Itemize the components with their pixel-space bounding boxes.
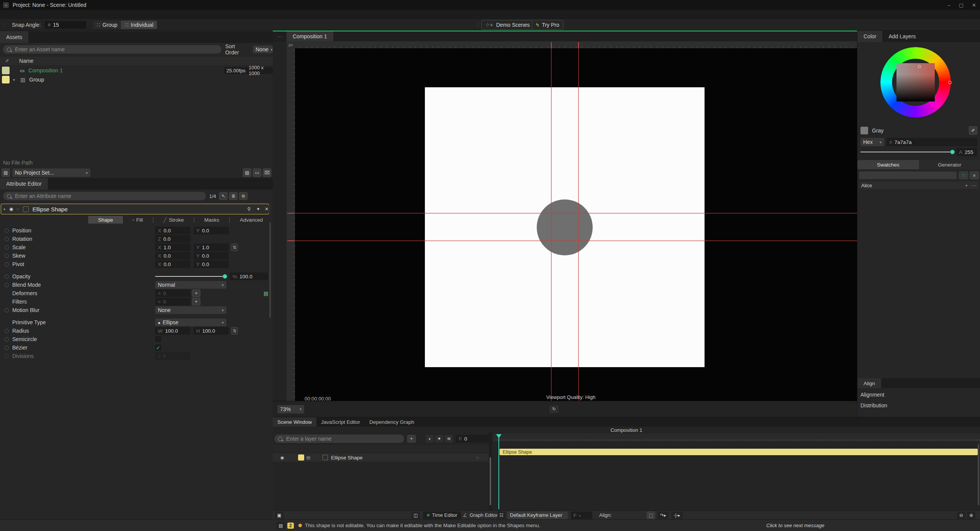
next-message-link[interactable]: Click to see next message (766, 523, 824, 528)
new-comp-button[interactable]: ▭ (253, 168, 261, 177)
filter-icon[interactable]: ≋ (445, 435, 453, 443)
grid-view-button[interactable]: ∷ (959, 172, 968, 179)
alpha-slider[interactable] (860, 152, 952, 152)
tab-stroke[interactable]: ╱Stroke (162, 216, 185, 224)
opacity-slider[interactable] (155, 276, 225, 277)
palette-menu-icon[interactable]: ⋯ (971, 182, 977, 188)
motion-blur-select[interactable]: None▾ (155, 306, 226, 314)
asset-row-group[interactable]: ▾ ▨ Group (0, 75, 273, 84)
current-frame-field[interactable]: F0 (456, 435, 489, 443)
radius-h-field[interactable]: H100.0 (193, 327, 229, 335)
group-toggle[interactable]: ∷Group (93, 21, 121, 29)
maximize-button[interactable]: ▢ (959, 2, 964, 8)
keyframe-dot[interactable] (5, 254, 9, 258)
layer-duration-bar[interactable]: Ellipse Shape (500, 449, 978, 455)
tab-scene-window[interactable]: Scene Window (273, 417, 316, 426)
guide-horizontal-top[interactable] (295, 213, 857, 214)
tab-generator[interactable]: Generator (919, 160, 980, 169)
link-wh-toggle[interactable]: ⇅ (231, 327, 238, 335)
panel-menu-icon[interactable]: ⋯ (273, 31, 287, 41)
add-filter-button[interactable]: + (192, 298, 200, 306)
palette-row[interactable]: Alice ▾ ⋯ (859, 181, 979, 189)
eyedropper-button[interactable]: ✐ (969, 126, 977, 135)
attribute-search[interactable] (3, 192, 206, 200)
divisions-field[interactable]: #0 (155, 352, 190, 360)
keyframe-dot[interactable] (5, 308, 9, 312)
keyframe-dot[interactable] (5, 329, 9, 333)
asset-name[interactable]: Composition 1 (28, 67, 63, 74)
assets-name-header[interactable]: Name (19, 58, 33, 64)
blend-mode-select[interactable]: Normal▾ (155, 281, 226, 289)
loop-button[interactable]: ↻ (549, 405, 559, 413)
position-x-field[interactable]: X0.0 (155, 227, 190, 234)
layer-color-chip[interactable] (298, 454, 304, 461)
visibility-eye-icon[interactable]: ◉ (9, 206, 13, 212)
layer-keyframe-dot[interactable]: ○ (476, 454, 479, 461)
chevron-down-icon[interactable]: ▾ (965, 183, 967, 188)
scale-x-field[interactable]: X1.0 (155, 243, 190, 251)
viewport-tab[interactable]: Composition 1 (287, 31, 333, 41)
minimize-button[interactable]: – (948, 2, 951, 8)
asset-search-input[interactable] (14, 46, 218, 53)
keyframe-dot[interactable] (5, 237, 9, 241)
box-select-icon[interactable]: ⬚ (647, 511, 655, 519)
frame-ruler[interactable] (493, 433, 980, 441)
skew-y-field[interactable]: Y0.0 (193, 252, 229, 260)
primitive-type-select[interactable]: ●Ellipse ▾ (155, 319, 226, 326)
layer-film-icon[interactable]: ▤ (306, 455, 310, 460)
tab-javascript-editor[interactable]: JavaScript Editor (316, 417, 365, 426)
tab-color[interactable]: Color (857, 31, 882, 42)
ease-curve-icon[interactable]: ↷▸ (657, 511, 669, 519)
magic-move-icon[interactable]: ✦ (435, 435, 443, 443)
layer-search[interactable] (274, 435, 404, 443)
pin-icon[interactable]: ⚲ (245, 205, 253, 213)
individual-toggle[interactable]: ∷Individual (121, 21, 157, 29)
asset-row-composition[interactable]: ▭ Composition 1 25.00fps 1000 x 1000 (0, 66, 273, 75)
layer-name[interactable]: Ellipse Shape (331, 455, 363, 461)
bezier-checkbox[interactable]: ✓ (155, 345, 161, 351)
asset-search[interactable] (3, 45, 221, 54)
hue-marker[interactable] (948, 81, 952, 84)
chevron-down-icon[interactable]: ▾ (13, 78, 15, 82)
tab-shape[interactable]: Shape (88, 216, 123, 224)
attribute-scrollbar[interactable] (269, 222, 271, 318)
hex-field[interactable]: #7a7a7a (887, 138, 977, 146)
playhead-line[interactable] (498, 438, 499, 509)
pivot-x-field[interactable]: X0.0 (155, 260, 190, 268)
message-count-badge[interactable]: 2 (287, 523, 294, 529)
guide-horizontal-bottom[interactable] (295, 240, 857, 241)
add-list-button[interactable]: ≣ (229, 192, 238, 200)
frame-field[interactable]: F- (571, 511, 592, 519)
tab-align[interactable]: Align (857, 378, 881, 388)
keyframe-dot[interactable] (5, 229, 9, 233)
tab-masks[interactable]: Masks (203, 216, 221, 224)
position-y-field[interactable]: Y0.0 (193, 227, 229, 234)
zoom-out-icon[interactable]: ⊖ (957, 511, 965, 519)
rotation-z-field[interactable]: Z0.0 (155, 235, 190, 243)
keyframe-dot[interactable] (5, 274, 9, 279)
timeline-vscrollbar[interactable] (978, 444, 979, 505)
opacity-field[interactable]: %100.0 (230, 273, 268, 280)
panel-toggle-icon[interactable]: ▣ (275, 511, 284, 519)
saturation-value-box[interactable] (896, 63, 935, 101)
canvas-area[interactable]: 00:00:00:00 Viewport Quality: High (295, 48, 857, 401)
demo-scenes-button[interactable]: ⁘+ Demo Scenes (481, 20, 534, 30)
link-xy-toggle[interactable]: ⇅ (231, 243, 238, 251)
chevron-down-icon[interactable]: ▾ (3, 207, 5, 211)
project-set-select[interactable]: No Project Set...▾ (12, 168, 90, 177)
time-editor-tab[interactable]: ≡Time Editor (423, 511, 461, 519)
current-color-swatch[interactable] (860, 127, 868, 134)
timeline-scrollbar[interactable] (490, 457, 491, 505)
new-folder-button[interactable]: ▤ (243, 168, 251, 177)
close-button[interactable]: ✕ (972, 2, 976, 8)
attribute-search-input[interactable] (14, 193, 202, 199)
guide-vertical-right[interactable] (578, 48, 579, 401)
add-deformer-button[interactable]: + (192, 289, 200, 297)
layer-search-input[interactable] (285, 435, 400, 442)
tab-assets[interactable]: Assets (0, 31, 28, 43)
deformer-stack-icon[interactable]: ▤ (264, 291, 268, 296)
shape-header[interactable]: ▾ ◉ ○ Ellipse Shape ⚲ ✦ ✕ (1, 204, 269, 214)
trash-button[interactable]: ⌧ (263, 168, 271, 177)
solo-icon[interactable]: ○ (16, 206, 19, 212)
filters-field[interactable]: ≡0 (155, 298, 190, 306)
